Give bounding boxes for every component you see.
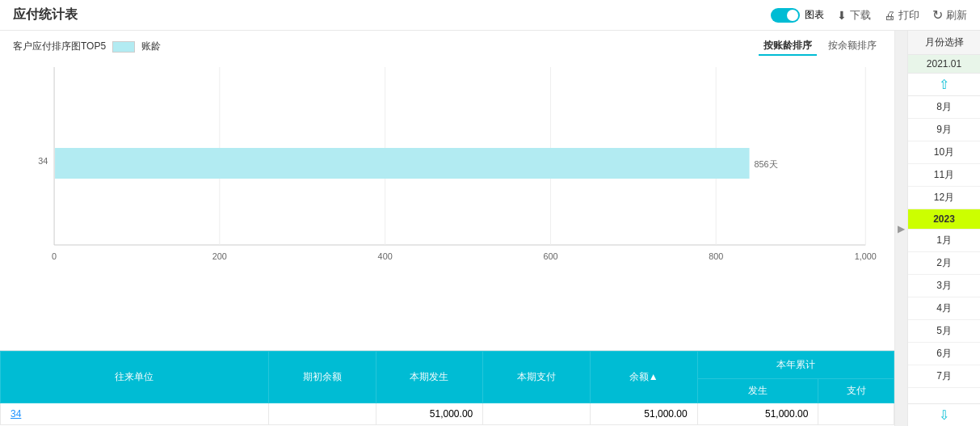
cell-col2 xyxy=(268,403,376,425)
sidebar-header-label: 月份选择 xyxy=(908,31,980,55)
svg-text:800: 800 xyxy=(709,251,723,261)
sidebar-month-8[interactable]: 8月 xyxy=(908,96,980,119)
svg-text:34: 34 xyxy=(38,156,48,166)
legend-box xyxy=(112,41,135,53)
sidebar-month-list: 8月 9月 10月 11月 12月 2023 1月 2月 3月 4月 5月 6月… xyxy=(908,96,980,403)
svg-text:0: 0 xyxy=(52,251,57,261)
sidebar-month-3[interactable]: 3月 xyxy=(908,275,980,297)
chart-legend: 客户应付排序图TOP5 账龄 xyxy=(13,40,161,53)
sidebar-month-5[interactable]: 5月 xyxy=(908,320,980,343)
sort-controls: 按账龄排序 按余额排序 xyxy=(759,37,881,56)
cell-col6b xyxy=(818,403,894,425)
col1-header: 往来单位 xyxy=(1,352,269,403)
sidebar-nav-down-button[interactable]: ⇩ xyxy=(908,403,980,426)
sidebar-year-2023[interactable]: 2023 xyxy=(908,209,980,230)
chart-table-area: 客户应付排序图TOP5 账龄 按账龄排序 按余额排序 0 xyxy=(0,31,894,426)
header-actions: 图表 下载 打印 刷新 xyxy=(771,7,967,23)
cell-col3: 51,000.00 xyxy=(376,403,483,425)
cell-col1: 34 xyxy=(1,403,269,425)
col4-header: 本期支付 xyxy=(483,352,591,403)
refresh-label: 刷新 xyxy=(946,8,967,23)
print-label: 打印 xyxy=(898,8,919,23)
svg-text:856天: 856天 xyxy=(754,159,777,169)
app-header: 应付统计表 图表 下载 打印 刷新 xyxy=(0,0,980,31)
cell-col4 xyxy=(483,403,591,425)
download-label: 下载 xyxy=(850,8,871,23)
cell-col6a: 51,000.00 xyxy=(697,403,818,425)
download-icon xyxy=(837,9,847,22)
data-table: 往来单位 期初余额 本期发生 本期支付 余额▲ 本年累计 发生 支付 xyxy=(0,351,894,425)
svg-text:600: 600 xyxy=(543,251,557,261)
print-button[interactable]: 打印 xyxy=(884,8,919,23)
col6-header: 本年累计 xyxy=(697,352,894,379)
chart-controls: 客户应付排序图TOP5 账龄 按账龄排序 按余额排序 xyxy=(0,31,894,59)
download-button[interactable]: 下载 xyxy=(837,8,871,23)
chart-toggle[interactable] xyxy=(771,8,800,23)
sort-by-amount-button[interactable]: 按账龄排序 xyxy=(759,37,817,56)
legend-box-label: 账龄 xyxy=(141,40,161,53)
bar-rect xyxy=(55,148,750,179)
sidebar-month-10[interactable]: 10月 xyxy=(908,141,980,164)
refresh-button[interactable]: 刷新 xyxy=(932,7,967,23)
main-content: 客户应付排序图TOP5 账龄 按账龄排序 按余额排序 0 xyxy=(0,31,980,426)
col6a-subheader: 发生 xyxy=(697,379,818,403)
right-sidebar: 月份选择 2021.01 ⇧ 8月 9月 10月 11月 12月 2023 1月… xyxy=(907,31,980,426)
chart-toggle-wrap: 图表 xyxy=(771,8,824,23)
table-area: 往来单位 期初余额 本期发生 本期支付 余额▲ 本年累计 发生 支付 xyxy=(0,350,894,425)
toggle-label: 图表 xyxy=(805,8,824,22)
sidebar-month-9[interactable]: 9月 xyxy=(908,119,980,141)
svg-text:400: 400 xyxy=(378,251,393,261)
sidebar-month-2[interactable]: 2月 xyxy=(908,252,980,275)
sort-by-balance-button[interactable]: 按余额排序 xyxy=(823,37,881,56)
refresh-icon xyxy=(932,7,943,23)
table-header-row: 往来单位 期初余额 本期发生 本期支付 余额▲ 本年累计 xyxy=(1,352,894,379)
sidebar-month-6[interactable]: 6月 xyxy=(908,343,980,365)
col2-header: 期初余额 xyxy=(268,352,376,403)
page-title: 应付统计表 xyxy=(13,6,78,23)
sidebar-month-12[interactable]: 12月 xyxy=(908,187,980,209)
col3-header: 本期发生 xyxy=(376,352,483,403)
bar-chart-svg: 0 200 400 600 800 1,000 34 xyxy=(6,59,881,285)
cell-col5: 51,000.00 xyxy=(590,403,697,425)
bar-chart-container: 0 200 400 600 800 1,000 34 xyxy=(0,59,894,350)
row-link[interactable]: 34 xyxy=(11,408,21,420)
sidebar-collapse-arrow[interactable]: ▶ xyxy=(894,31,907,426)
sidebar-month-7[interactable]: 7月 xyxy=(908,365,980,388)
sidebar-month-11[interactable]: 11月 xyxy=(908,164,980,187)
sidebar-month-4[interactable]: 4月 xyxy=(908,297,980,320)
sidebar-nav-up-button[interactable]: ⇧ xyxy=(908,74,980,96)
sidebar-month-1[interactable]: 1月 xyxy=(908,230,980,252)
table-row: 34 51,000.00 51,000.00 51,000.00 xyxy=(1,403,894,425)
col6b-subheader: 支付 xyxy=(818,379,894,403)
svg-text:200: 200 xyxy=(212,251,227,261)
svg-text:1,000: 1,000 xyxy=(855,251,877,261)
print-icon xyxy=(884,9,895,22)
col5-header: 余额▲ xyxy=(590,352,697,403)
sidebar-year-label[interactable]: 2021.01 xyxy=(908,55,980,74)
legend-text: 客户应付排序图TOP5 xyxy=(13,40,106,53)
